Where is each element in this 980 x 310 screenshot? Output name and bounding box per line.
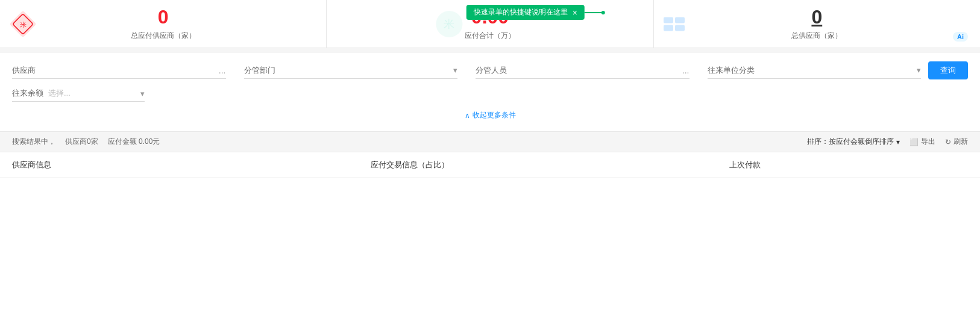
sort-button[interactable]: 排序：按应付会额倒序排序 ▾	[807, 137, 900, 147]
result-actions: 排序：按应付会额倒序排序 ▾ ⬜ 导出 ↻ 刷新	[807, 137, 968, 147]
table-header: 供应商信息 应付交易信息（占比） 上次付款	[0, 152, 980, 178]
person-label: 分管人员	[476, 65, 507, 76]
sort-label: 排序：按应付会额倒序排序	[807, 137, 894, 147]
supplier-input[interactable]	[41, 66, 219, 75]
svg-text:米: 米	[20, 21, 27, 28]
search-result-text: 搜索结果中，	[12, 137, 55, 147]
export-label: 导出	[921, 137, 935, 147]
person-input[interactable]	[512, 66, 682, 75]
diamond-icon: 米	[10, 11, 36, 37]
supplier-more-icon[interactable]: ...	[219, 66, 226, 75]
payment-amount-text: 应付金额 0.00元	[108, 137, 160, 147]
person-more-icon[interactable]: ...	[682, 66, 689, 75]
shortcut-tooltip: 快速录单的快捷键说明在这里 ×	[466, 5, 585, 20]
unit-class-arrow-icon: ▾	[917, 66, 921, 75]
filter-balance[interactable]: 往来余额 选择... ▾	[12, 85, 145, 102]
filter-unit-class[interactable]: 往来单位分类 ▾	[708, 63, 922, 79]
export-button[interactable]: ⬜ 导出	[909, 137, 935, 147]
tooltip-close-btn[interactable]: ×	[573, 8, 577, 17]
stat-total-payable-suppliers: 米 0 总应付供应商（家）	[0, 0, 327, 48]
department-arrow-icon: ▾	[453, 66, 457, 75]
filter-row-2: 往来余额 选择... ▾	[12, 85, 968, 102]
tooltip-dot	[600, 10, 606, 16]
collapse-row: ∧ 收起更多条件	[12, 108, 968, 125]
filter-row-1: 供应商 ... 分管部门 ▾ 分管人员 ... 往来单位分类 ▾ 查询	[12, 61, 968, 79]
supplier-label: 供应商	[12, 65, 36, 76]
total-payable-label: 总应付供应商（家）	[131, 31, 196, 41]
department-label: 分管部门	[244, 65, 275, 76]
total-suppliers-value: 0	[811, 7, 822, 28]
table-body	[0, 178, 980, 310]
col-header-transaction: 应付交易信息（占比）	[371, 160, 729, 170]
collapse-up-icon: ∧	[465, 111, 470, 120]
sort-arrow-icon: ▾	[896, 138, 900, 146]
mint-icon: 米	[433, 8, 465, 40]
total-payable-value: 0	[158, 7, 169, 28]
result-bar: 搜索结果中， 供应商0家 应付金额 0.00元 排序：按应付会额倒序排序 ▾ ⬜…	[0, 132, 980, 152]
refresh-icon: ↻	[945, 138, 951, 146]
payable-total-label: 应付合计（万）	[465, 31, 515, 41]
col-header-last-payment: 上次付款	[729, 160, 969, 170]
refresh-label: 刷新	[953, 137, 968, 147]
result-info: 搜索结果中， 供应商0家 应付金额 0.00元	[12, 137, 160, 147]
filter-department[interactable]: 分管部门 ▾	[244, 63, 458, 79]
stat-total-suppliers: 0 总供应商（家） Ai	[654, 0, 980, 48]
col-header-supplier: 供应商信息	[12, 160, 371, 170]
svg-text:米: 米	[444, 18, 454, 30]
data-table: 供应商信息 应付交易信息（占比） 上次付款	[0, 152, 980, 310]
query-button[interactable]: 查询	[928, 61, 968, 79]
balance-label: 往来余额	[12, 88, 43, 99]
balance-placeholder: 选择...	[48, 88, 140, 99]
stat-payable-total: 米 快速录单的快捷键说明在这里 × 0.00 应付合计（万）	[327, 0, 653, 48]
ai-badge[interactable]: Ai	[953, 32, 968, 42]
supplier-count-text: 供应商0家	[65, 137, 98, 147]
total-suppliers-label: 总供应商（家）	[791, 31, 842, 41]
filter-supplier: 供应商 ...	[12, 63, 226, 79]
filter-area: 供应商 ... 分管部门 ▾ 分管人员 ... 往来单位分类 ▾ 查询 往来余额…	[0, 53, 980, 132]
shortcut-tooltip-text: 快速录单的快捷键说明在这里	[474, 7, 568, 17]
blue-squares-decoration	[664, 17, 685, 31]
unit-class-label: 往来单位分类	[708, 65, 755, 76]
stats-bar: 米 0 总应付供应商（家） 米 快速录单的快捷键说明在这里 × 0.00 应付合…	[0, 0, 980, 48]
balance-arrow-icon: ▾	[140, 89, 145, 98]
filter-person: 分管人员 ...	[476, 63, 689, 79]
collapse-label: 收起更多条件	[473, 110, 516, 120]
collapse-button[interactable]: ∧ 收起更多条件	[465, 110, 516, 120]
export-icon: ⬜	[909, 138, 919, 146]
refresh-button[interactable]: ↻ 刷新	[945, 137, 968, 147]
